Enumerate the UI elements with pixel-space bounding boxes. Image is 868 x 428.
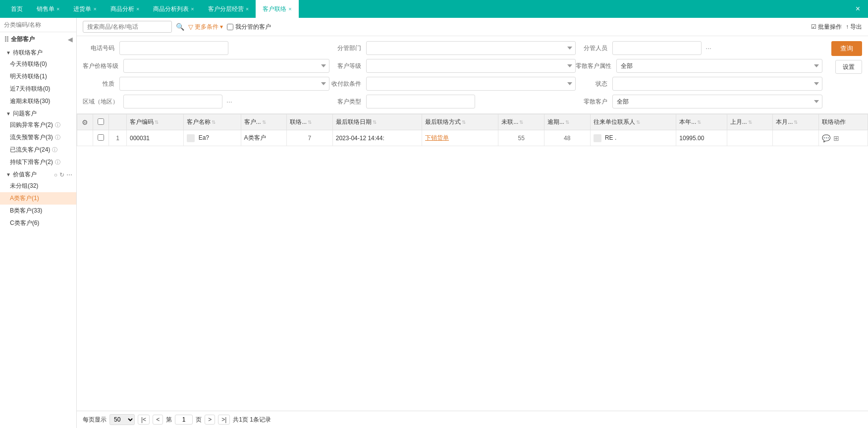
sidebar-item-decline[interactable]: 持续下滑客户(2) ⓘ <box>0 156 76 168</box>
sidebar-item-today[interactable]: 今天待联络(0) <box>0 58 76 70</box>
filter-field-status: 状态 <box>576 77 822 91</box>
sort-icon-notcontacted[interactable]: ⇅ <box>519 119 523 125</box>
refresh-icon[interactable]: ↻ <box>59 171 64 178</box>
info-icon-1[interactable]: ⓘ <box>55 121 60 129</box>
query-button[interactable]: 查询 <box>831 41 862 56</box>
nav-customer-segment[interactable]: 客户分层经营 × <box>201 0 256 18</box>
filter-input-phone[interactable] <box>119 41 228 55</box>
info-icon-4[interactable]: ⓘ <box>55 159 60 166</box>
adv-filter-row-4: 区域（地区） ··· 客户类型 零散客户 全部 <box>83 95 822 108</box>
prev-page-btn[interactable]: < <box>153 415 163 425</box>
info-icon-3[interactable]: ⓘ <box>52 146 57 154</box>
filter-select-customer-level[interactable] <box>366 59 576 73</box>
nav-analysis-list[interactable]: 商品分析列表 × <box>146 0 201 18</box>
sidebar-group-problem[interactable]: ▼ 问题客户 <box>0 107 76 119</box>
col-overdue-header: 逾期... ⇅ <box>544 114 590 130</box>
sidebar-search-input[interactable] <box>4 21 77 28</box>
sidebar-item-loss-warning[interactable]: 流失预警客户(3) ⓘ <box>0 131 76 144</box>
batch-op-button[interactable]: ☑ 批量操作 <box>811 23 842 31</box>
export-icon: ↑ <box>846 23 849 30</box>
info-icon-2[interactable]: ⓘ <box>55 134 60 141</box>
chat-icon[interactable]: 💬 <box>822 134 830 142</box>
filter-select-retail-attr[interactable]: 全部 <box>616 59 822 73</box>
sidebar-all-customers[interactable]: ⠿ 全部客户 ◀ <box>0 32 76 47</box>
sidebar-item-unclassified[interactable]: 未分组(32) <box>0 180 76 192</box>
filter-label-region: 区域（地区） <box>83 98 121 106</box>
filter-price-level-wrapper <box>123 59 329 73</box>
settings-button[interactable]: 设置 <box>835 60 862 74</box>
filter-input-customer-type[interactable] <box>366 95 475 108</box>
add-icon[interactable]: ○ <box>54 171 57 178</box>
nav-close-all[interactable]: × <box>852 4 864 13</box>
last-page-btn[interactable]: >| <box>218 415 230 425</box>
gear-icon[interactable]: ⚙ <box>82 118 88 126</box>
sort-icon-thismonth[interactable]: ⇅ <box>794 119 798 125</box>
my-customers-checkbox[interactable] <box>227 24 233 30</box>
nav-analysis-close[interactable]: × <box>136 6 139 12</box>
filter-select-status[interactable] <box>612 77 822 91</box>
nav-purchase[interactable]: 进货单 × <box>66 0 103 18</box>
sidebar-group-value[interactable]: ▼ 价值客户 ○ ↻ ⋯ <box>0 168 76 180</box>
filter-label-retail: 零散客户 <box>576 98 610 106</box>
sidebar-item-7days[interactable]: 近7天待联络(0) <box>0 83 76 95</box>
filter-dots-manager[interactable]: ··· <box>704 44 713 52</box>
export-button[interactable]: ↑ 导出 <box>846 23 862 31</box>
filter-select-price-level[interactable] <box>123 59 329 73</box>
filter-search-icon[interactable]: 🔍 <box>176 23 184 31</box>
adv-filter-row-1: 电话号码 分管部门 分管人员 ··· <box>83 41 822 55</box>
my-customers-checkbox-label[interactable]: 我分管的客户 <box>227 23 271 31</box>
sidebar-dots-icon: ⠿ <box>4 36 9 44</box>
sort-icon-lastmonth[interactable]: ⇅ <box>748 119 752 125</box>
nav-customer-segment-close[interactable]: × <box>246 6 249 12</box>
sidebar-item-b-class[interactable]: B类客户(33) <box>0 205 76 217</box>
nav-analysis[interactable]: 商品分析 × <box>104 0 146 18</box>
sort-icon-contact[interactable]: ⇅ <box>308 119 312 125</box>
filter-input-region[interactable] <box>123 95 222 108</box>
filter-select-dept[interactable] <box>366 41 576 55</box>
row-checkbox[interactable] <box>98 134 104 141</box>
grid-icon[interactable]: ⊞ <box>833 134 839 142</box>
filter-search-input[interactable] <box>83 21 172 33</box>
nav-sales-close[interactable]: × <box>56 6 59 12</box>
last-contact-link[interactable]: 下销货单 <box>425 134 449 141</box>
total-records-label: 共1页 1条记录 <box>233 416 271 424</box>
sidebar-item-repurchase[interactable]: 回购异常客户(2) ⓘ <box>0 119 76 131</box>
filter-input-manager[interactable] <box>612 41 702 55</box>
sort-icon-thisyear[interactable]: ⇅ <box>697 119 701 125</box>
select-all-checkbox[interactable] <box>98 118 104 125</box>
nav-home[interactable]: 首页 <box>4 0 30 18</box>
filter-select-nature[interactable] <box>119 77 329 91</box>
sidebar-collapse-icon[interactable]: ◀ <box>68 36 72 43</box>
nav-customer-contact[interactable]: 客户联络 × <box>256 0 298 18</box>
sort-icon-name[interactable]: ⇅ <box>212 119 216 125</box>
filter-more-btn[interactable]: ▽ 更多条件 ▾ <box>188 23 223 31</box>
sort-icon-code[interactable]: ⇅ <box>155 119 159 125</box>
per-page-select[interactable]: 50 100 200 <box>109 414 135 425</box>
sidebar-item-overdue[interactable]: 逾期未联络(30) <box>0 95 76 107</box>
sidebar-group-pending[interactable]: ▼ 待联络客户 <box>0 47 76 58</box>
more-icon[interactable]: ⋯ <box>66 171 72 178</box>
filter-dots-region[interactable]: ··· <box>224 98 234 106</box>
sort-icon-ctype[interactable]: ⇅ <box>262 119 266 125</box>
td-not-contacted: 55 <box>498 130 544 146</box>
sort-icon-lastdate[interactable]: ⇅ <box>373 119 377 125</box>
nav-purchase-close[interactable]: × <box>93 6 96 12</box>
sidebar-item-lost[interactable]: 已流失客户(24) ⓘ <box>0 144 76 156</box>
nav-sales[interactable]: 销售单 × <box>30 0 66 18</box>
sidebar-item-a-class[interactable]: A类客户(1) <box>0 192 76 205</box>
nav-customer-contact-close[interactable]: × <box>288 6 291 12</box>
first-page-btn[interactable]: |< <box>138 415 150 425</box>
next-page-btn[interactable]: > <box>205 415 215 425</box>
filter-field-customer-type: 客户类型 <box>329 95 576 108</box>
sort-icon-lastmethod[interactable]: ⇅ <box>462 119 466 125</box>
nav-analysis-list-close[interactable]: × <box>191 6 194 12</box>
sidebar-item-tomorrow[interactable]: 明天待联络(1) <box>0 70 76 83</box>
sort-icon-overdue[interactable]: ⇅ <box>565 119 569 125</box>
current-page-input[interactable] <box>175 415 193 425</box>
filter-select-payment[interactable] <box>366 77 576 91</box>
col-customer-type-header: 客户... ⇅ <box>241 114 287 130</box>
adv-filter-row-3: 性质 收付款条件 状态 <box>83 77 822 91</box>
filter-select-retail[interactable]: 全部 <box>612 95 822 108</box>
sidebar-item-c-class[interactable]: C类客户(6) <box>0 217 76 229</box>
sort-icon-unitcontact[interactable]: ⇅ <box>636 119 640 125</box>
